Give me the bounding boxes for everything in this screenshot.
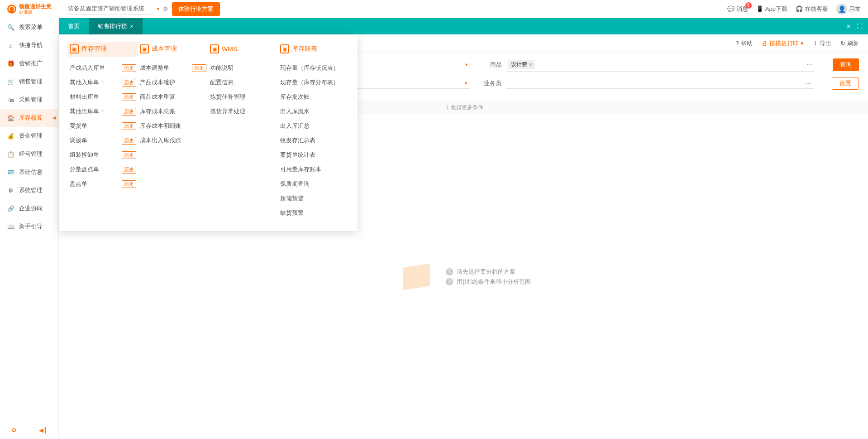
mega-item-0-6[interactable]: 组装拆卸单历史: [68, 148, 138, 162]
mega-item-1-3[interactable]: 库存成本总账: [138, 104, 208, 119]
sidebar-item-10[interactable]: 🔗企业协同: [0, 199, 58, 217]
history-badge[interactable]: 历史: [122, 108, 136, 116]
mega-item-0-5[interactable]: 调拨单历史: [68, 133, 138, 148]
mega-item-3-0[interactable]: 现存量（库存状况表）: [278, 61, 348, 75]
history-badge[interactable]: 历史: [122, 180, 136, 188]
amount-input[interactable]: [343, 78, 470, 89]
mega-item-1-0[interactable]: 成本调整单历史: [138, 61, 208, 75]
mega-header-0[interactable]: ▣库存管理: [68, 42, 138, 57]
mega-item-2-2[interactable]: 拣货任务管理: [208, 90, 278, 104]
mega-item-0-0[interactable]: 产成品入库单历史: [68, 61, 138, 75]
chat-icon: 💬: [727, 5, 734, 12]
tag-remove-icon[interactable]: ×: [529, 62, 532, 68]
mega-item-0-8[interactable]: 盘点单历史: [68, 177, 138, 191]
sidebar-item-label: 资金管理: [19, 132, 43, 140]
sidebar-item-9[interactable]: ⚙系统管理: [0, 181, 58, 199]
sidebar-item-7[interactable]: 📋经营管理: [0, 145, 58, 163]
mega-header-2[interactable]: ▣WMS: [208, 42, 278, 57]
logo[interactable]: 畅捷通好生意 标准版: [7, 4, 59, 14]
mega-item-0-4[interactable]: 要货单历史: [68, 119, 138, 133]
tabs-bar: 首页 销售排行榜 × ✕ ⛶: [59, 18, 868, 34]
close-all-icon[interactable]: ✕: [846, 23, 851, 30]
tab-sales-ranking[interactable]: 销售排行榜 ×: [89, 18, 143, 34]
sidebar-item-4[interactable]: 🛍采购管理: [0, 91, 58, 109]
history-badge[interactable]: 历史: [122, 151, 136, 159]
mega-item-0-1[interactable]: 其他入库单 ?历史: [68, 75, 138, 90]
history-badge[interactable]: 历史: [122, 93, 136, 101]
mega-item-1-1[interactable]: 产品成本维护: [138, 75, 208, 90]
mega-item-0-2[interactable]: 材料出库单历史: [68, 90, 138, 104]
print-icon: 🖨: [762, 40, 768, 47]
category-icon: ▣: [70, 44, 79, 53]
system-selector: 装备及固定资产辅助管理系统 ▾ ⚙ 体验行业方案: [66, 2, 220, 16]
mega-item-3-6[interactable]: 要货单统计表: [278, 148, 348, 162]
collapse-icon: 《: [444, 104, 449, 111]
mega-header-3[interactable]: ▣库存账表: [278, 42, 348, 57]
sidebar-item-label: 新手引导: [19, 222, 43, 231]
mega-item-3-9[interactable]: 超储预警: [278, 191, 348, 206]
mega-header-1[interactable]: ▣成本管理: [138, 42, 208, 57]
sales-label: 业务员: [479, 79, 501, 87]
mega-item-3-10[interactable]: 缺货预警: [278, 206, 348, 220]
product-input[interactable]: 设计费 ×: [506, 58, 815, 72]
mega-item-3-2[interactable]: 库存批次账: [278, 90, 348, 104]
headset-icon: 🎧: [796, 5, 803, 12]
print-button[interactable]: 🖨按模板打印▾: [762, 39, 804, 48]
mega-item-2-0[interactable]: 功能说明: [208, 61, 278, 75]
chevron-down-icon[interactable]: ▾: [157, 6, 159, 11]
history-badge[interactable]: 历史: [122, 79, 136, 87]
history-badge[interactable]: 历史: [122, 137, 136, 145]
sidebar-item-2[interactable]: 🎁营销推广: [0, 54, 58, 72]
sidebar-item-11[interactable]: 📖新手引导: [0, 217, 58, 236]
mega-item-1-2[interactable]: 商品成本重算: [138, 90, 208, 104]
settings-icon[interactable]: ⚙: [11, 427, 17, 434]
fullscreen-icon[interactable]: ⛶: [857, 23, 863, 30]
bag-icon: 🛍: [7, 96, 14, 103]
collapse-sidebar-icon[interactable]: ◀┃: [39, 427, 47, 434]
mega-item-3-1[interactable]: 现存量（库存分布表）: [278, 75, 348, 90]
refresh-icon: ↻: [840, 40, 845, 47]
sidebar-item-1[interactable]: ⌂快捷导航: [0, 36, 58, 54]
mega-item-1-5[interactable]: 成本出入库跟踪: [138, 133, 208, 148]
refresh-button[interactable]: ↻刷新: [840, 39, 859, 48]
mega-item-0-3[interactable]: 其他出库单 ?历史: [68, 104, 138, 119]
sidebar-item-8[interactable]: 🪪基础信息: [0, 163, 58, 181]
tab-home[interactable]: 首页: [59, 18, 89, 34]
setting-button[interactable]: 设置: [832, 77, 859, 90]
logo-sub: 标准版: [19, 10, 52, 14]
help-button[interactable]: ?帮助: [736, 39, 753, 48]
sidebar-item-6[interactable]: 💰资金管理: [0, 127, 58, 145]
system-dropdown[interactable]: 装备及固定资产辅助管理系统: [66, 3, 153, 15]
messages-button[interactable]: 💬 消息 6: [727, 5, 748, 13]
mega-item-3-5[interactable]: 收发存汇总表: [278, 133, 348, 148]
gear-icon[interactable]: ⚙: [163, 5, 168, 12]
id-icon: 🪪: [7, 169, 14, 176]
sidebar-item-3[interactable]: 🛒销售管理: [0, 72, 58, 91]
query-button[interactable]: 查询: [833, 58, 859, 71]
sidebar-bottom: ⚙ ◀┃: [0, 421, 58, 439]
help-icon: ?: [736, 40, 739, 47]
category-icon: ▣: [280, 44, 289, 53]
mega-item-0-7[interactable]: 分量盘点单历史: [68, 162, 138, 177]
export-button[interactable]: ⤓导出: [813, 39, 831, 48]
mega-item-3-8[interactable]: 保质期查询: [278, 177, 348, 191]
sales-input[interactable]: [506, 78, 814, 89]
online-service-button[interactable]: 🎧 在线客服: [796, 5, 828, 13]
history-badge[interactable]: 历史: [122, 166, 136, 174]
user-menu[interactable]: 👤 用友: [836, 4, 861, 14]
trial-button[interactable]: 体验行业方案: [172, 2, 220, 16]
mega-item-3-3[interactable]: 出入库流水: [278, 104, 348, 119]
mega-item-3-7[interactable]: 可用量库存账本: [278, 162, 348, 177]
history-badge[interactable]: 历史: [122, 64, 136, 72]
mega-item-1-4[interactable]: 库存成本明细账: [138, 119, 208, 133]
app-download-button[interactable]: 📱 App下载: [756, 5, 787, 13]
close-icon[interactable]: ×: [130, 23, 134, 30]
sidebar-item-0[interactable]: 🔍搜索菜单: [0, 18, 58, 36]
sidebar-item-5[interactable]: 🏠库存核算: [0, 109, 58, 127]
history-badge[interactable]: 历史: [192, 64, 206, 72]
mega-item-2-1[interactable]: 配置信息: [208, 75, 278, 90]
home-icon: ⌂: [7, 42, 14, 49]
history-badge[interactable]: 历史: [122, 122, 136, 130]
mega-item-2-3[interactable]: 拣货异常处理: [208, 104, 278, 119]
mega-item-3-4[interactable]: 出入库汇总: [278, 119, 348, 133]
